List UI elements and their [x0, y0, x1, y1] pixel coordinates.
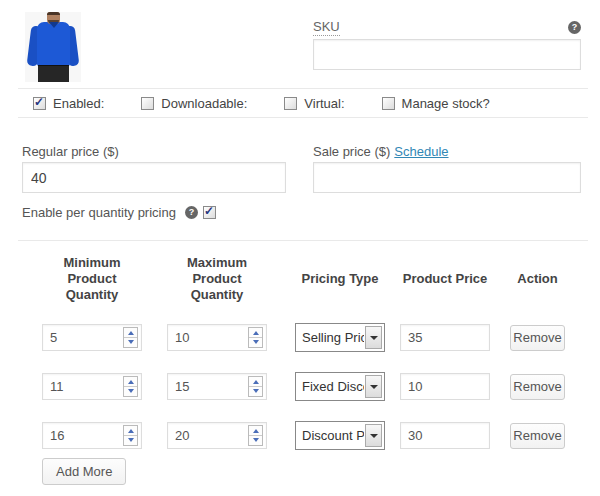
- product-price-input[interactable]: [400, 422, 490, 449]
- min-quantity-stepper[interactable]: [42, 422, 142, 449]
- product-edit-panel: SKU ? ✓ Enabled: Downloadable: Virtual: …: [0, 0, 600, 496]
- sale-price-label-row: Sale price ($)Schedule: [313, 144, 449, 159]
- quantity-pricing-table: Minimum Product Quantity Maximum Product…: [42, 255, 565, 450]
- dropdown-arrow-icon[interactable]: [365, 375, 382, 398]
- enabled-checkbox[interactable]: ✓: [33, 97, 46, 110]
- product-thumbnail[interactable]: [25, 12, 81, 82]
- pricing-type-select[interactable]: Fixed Discou: [295, 372, 385, 401]
- manage-stock-checkbox[interactable]: [382, 97, 395, 110]
- spinner-down-icon[interactable]: [249, 337, 262, 347]
- header-max-quantity: Maximum Product Quantity: [167, 255, 267, 303]
- pricing-type-select[interactable]: Selling Price: [295, 323, 385, 352]
- spinner: [123, 327, 138, 348]
- min-quantity-stepper[interactable]: [42, 373, 142, 400]
- regular-price-input[interactable]: [22, 162, 286, 193]
- sku-label-row: SKU ?: [313, 19, 581, 36]
- manage-stock-label: Manage stock?: [402, 96, 490, 111]
- product-price-field: [400, 422, 490, 449]
- option-downloadable: Downloadable:: [141, 96, 247, 111]
- dropdown-arrow-icon[interactable]: [365, 424, 382, 447]
- enable-per-quantity-label: Enable per quantity pricing: [22, 205, 176, 220]
- max-quantity-stepper[interactable]: [167, 373, 267, 400]
- virtual-label: Virtual:: [304, 96, 344, 111]
- shirt-collar: [49, 22, 59, 28]
- header-pricing-type: Pricing Type: [295, 271, 385, 287]
- max-quantity-stepper[interactable]: [167, 422, 267, 449]
- downloadable-checkbox[interactable]: [141, 97, 154, 110]
- min-quantity-stepper[interactable]: [42, 324, 142, 351]
- product-price-field: [400, 373, 490, 400]
- table-row: Fixed Discou Remove: [42, 372, 565, 401]
- product-price-input[interactable]: [400, 373, 490, 400]
- spinner-down-icon[interactable]: [249, 386, 262, 396]
- table-row: Selling Price Remove: [42, 323, 565, 352]
- option-manage-stock: Manage stock?: [382, 96, 490, 111]
- pricing-type-value: Fixed Discou: [296, 373, 364, 400]
- model-hair: [47, 12, 60, 15]
- remove-button[interactable]: Remove: [510, 423, 565, 449]
- header-min-quantity: Minimum Product Quantity: [42, 255, 142, 303]
- spinner-down-icon[interactable]: [249, 435, 262, 445]
- virtual-checkbox[interactable]: [284, 97, 297, 110]
- table-header-row: Minimum Product Quantity Maximum Product…: [42, 255, 565, 303]
- spinner-down-icon[interactable]: [124, 386, 137, 396]
- schedule-link[interactable]: Schedule: [394, 144, 448, 159]
- option-virtual: Virtual:: [284, 96, 344, 111]
- header-action: Action: [510, 271, 565, 287]
- sku-help-icon[interactable]: ?: [568, 21, 581, 34]
- downloadable-label: Downloadable:: [161, 96, 247, 111]
- spinner: [123, 425, 138, 446]
- table-row: Discount Per Remove: [42, 421, 565, 450]
- spinner-down-icon[interactable]: [124, 337, 137, 347]
- sku-input[interactable]: [313, 39, 581, 70]
- remove-button[interactable]: Remove: [510, 374, 565, 400]
- spinner: [123, 376, 138, 397]
- enable-per-quantity-row: Enable per quantity pricing ? ✓: [22, 205, 216, 220]
- check-icon: ✓: [204, 204, 214, 218]
- per-quantity-help-icon[interactable]: ?: [185, 206, 198, 219]
- header-product-price: Product Price: [400, 271, 490, 287]
- shirt-torso: [37, 22, 70, 66]
- pricing-type-value: Selling Price: [296, 324, 364, 351]
- product-price-input[interactable]: [400, 324, 490, 351]
- enabled-label: Enabled:: [53, 96, 104, 111]
- spinner: [248, 376, 263, 397]
- spinner: [248, 425, 263, 446]
- max-quantity-stepper[interactable]: [167, 324, 267, 351]
- pricing-type-select[interactable]: Discount Per: [295, 421, 385, 450]
- spinner: [248, 327, 263, 348]
- sale-price-label: Sale price ($): [313, 144, 390, 159]
- pricing-type-value: Discount Per: [296, 422, 364, 449]
- add-more-button[interactable]: Add More: [42, 458, 126, 485]
- spinner-down-icon[interactable]: [124, 435, 137, 445]
- per-quantity-checkbox[interactable]: ✓: [203, 206, 216, 219]
- sale-price-input[interactable]: [313, 162, 581, 193]
- option-enabled: ✓ Enabled:: [33, 96, 104, 111]
- regular-price-label: Regular price ($): [22, 144, 119, 159]
- sku-label: SKU: [313, 19, 340, 36]
- product-price-field: [400, 324, 490, 351]
- variation-options-row: ✓ Enabled: Downloadable: Virtual: Manage…: [18, 88, 588, 118]
- section-divider: [18, 240, 588, 241]
- dropdown-arrow-icon[interactable]: [365, 326, 382, 349]
- model-pants: [38, 66, 69, 82]
- remove-button[interactable]: Remove: [510, 325, 565, 351]
- check-icon: ✓: [34, 95, 44, 109]
